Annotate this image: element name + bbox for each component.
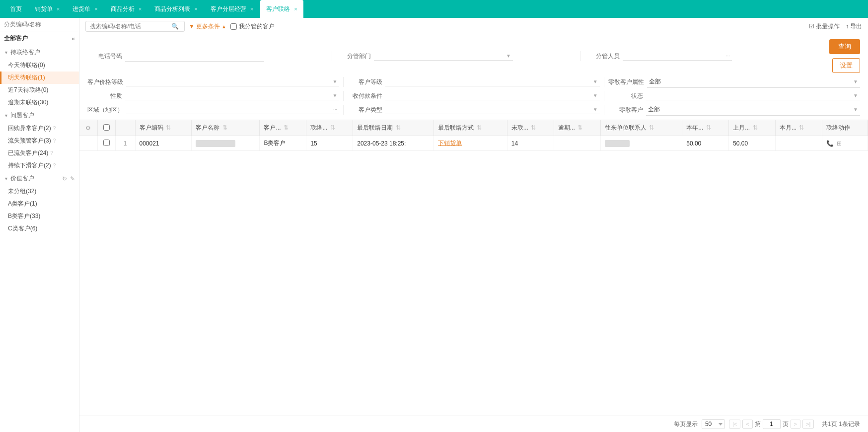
th-contact[interactable]: 联络... ⇅ bbox=[306, 120, 353, 136]
filter-retail-attr: 零散客户属性 全部 ▼ bbox=[608, 76, 860, 88]
select-all-checkbox[interactable] bbox=[103, 124, 110, 131]
nav-customer-tier-close[interactable]: × bbox=[250, 6, 253, 12]
nav-product-analysis-close[interactable]: × bbox=[139, 6, 142, 12]
action-phone-icon[interactable]: 📞 bbox=[826, 140, 834, 147]
prev-page-btn[interactable]: < bbox=[742, 420, 752, 429]
nav-customer-contact[interactable]: 客户联络 × bbox=[260, 0, 303, 18]
sidebar-item-c-class[interactable]: C类客户(6) bbox=[0, 222, 79, 235]
export-btn[interactable]: ↑ 导出 bbox=[846, 22, 862, 31]
sidebar-item-today[interactable]: 今天待联络(0) bbox=[0, 59, 79, 72]
customer-type-label: 客户类型 bbox=[348, 106, 382, 114]
nav-product-analysis-list-close[interactable]: × bbox=[194, 6, 197, 12]
action-more-icon[interactable]: ⊞ bbox=[837, 140, 842, 147]
sidebar-item-repurchase[interactable]: 回购异常客户(2) ? bbox=[0, 122, 79, 135]
th-unit-contact[interactable]: 往来单位联系人 ⇅ bbox=[600, 120, 682, 136]
sidebar-value-edit-icon[interactable]: ✎ bbox=[70, 175, 75, 182]
row-code[interactable]: 000021 bbox=[135, 136, 192, 151]
nav-customer-contact-close[interactable]: × bbox=[294, 6, 297, 12]
th-type[interactable]: 客户... ⇅ bbox=[260, 120, 306, 136]
th-name[interactable]: 客户名称 ⇅ bbox=[192, 120, 260, 136]
sidebar-item-declining[interactable]: 持续下滑客户(2) ? bbox=[0, 159, 79, 172]
last-method-link[interactable]: 下销货单 bbox=[438, 140, 462, 146]
my-customer-checkbox[interactable]: 我分管的客户 bbox=[230, 22, 275, 31]
sidebar-item-b-class[interactable]: B类客户(33) bbox=[0, 210, 79, 222]
sidebar-item-churn-warning[interactable]: 流失预警客户(3) ? bbox=[0, 135, 79, 147]
gender-arrow: ▼ bbox=[332, 93, 337, 98]
retail-attr-select[interactable]: 全部 ▼ bbox=[647, 76, 860, 88]
sidebar-all-customers-header[interactable]: 全部客户 « bbox=[0, 31, 79, 46]
export-icon: ↑ bbox=[846, 23, 849, 30]
th-not-contacted[interactable]: 未联... ⇅ bbox=[507, 120, 554, 136]
my-customer-checkbox-input[interactable] bbox=[230, 23, 237, 30]
gender-select[interactable]: ▼ bbox=[125, 91, 339, 100]
row-name bbox=[192, 136, 260, 151]
sidebar-search-wrap: 🔍 bbox=[0, 18, 79, 31]
last-page-btn[interactable]: >| bbox=[802, 420, 814, 429]
row-last-method[interactable]: 下销货单 bbox=[434, 136, 507, 151]
row-contact: 15 bbox=[306, 136, 353, 151]
th-overdue[interactable]: 逾期... ⇅ bbox=[554, 120, 600, 136]
sidebar-collapse-icon[interactable]: « bbox=[72, 35, 75, 42]
sidebar-value-refresh-icon[interactable]: ↻ bbox=[62, 175, 67, 182]
customer-type-select[interactable]: ▼ bbox=[385, 105, 599, 114]
region-select[interactable]: ··· bbox=[126, 105, 339, 114]
first-page-btn[interactable]: |< bbox=[729, 420, 740, 429]
phone-input[interactable] bbox=[125, 51, 264, 62]
th-this-year[interactable]: 本年... ⇅ bbox=[682, 120, 729, 136]
page-num-input[interactable] bbox=[763, 419, 781, 429]
retail-customer-select[interactable]: 全部 ▼ bbox=[646, 104, 860, 116]
sidebar-item-tomorrow[interactable]: 明天待联络(1) bbox=[0, 72, 79, 84]
payment-select[interactable]: ▼ bbox=[385, 91, 599, 100]
nav-product-analysis[interactable]: 商品分析 × bbox=[105, 0, 147, 18]
row-settings bbox=[79, 136, 97, 151]
sidebar-item-7days[interactable]: 近7天待联络(0) bbox=[0, 84, 79, 96]
query-btn[interactable]: 查询 bbox=[829, 39, 860, 54]
row-not-contacted: 14 bbox=[507, 136, 554, 151]
sidebar-search-input[interactable] bbox=[4, 21, 78, 28]
th-checkbox[interactable] bbox=[97, 120, 115, 136]
sidebar-item-ungrouped[interactable]: 未分组(32) bbox=[0, 185, 79, 198]
settings-btn[interactable]: 设置 bbox=[832, 58, 860, 73]
th-code[interactable]: 客户编码 ⇅ bbox=[135, 120, 192, 136]
status-select[interactable]: ▼ bbox=[646, 91, 860, 100]
page-size-select[interactable]: 50 10 20 100 bbox=[702, 419, 725, 429]
search-input[interactable] bbox=[90, 23, 169, 30]
toolbar: 🔍 ▼ 更多条件 ▲ 我分管的客户 ☑ 批量操作 ↑ 导出 bbox=[79, 18, 868, 35]
region-label: 区域（地区） bbox=[87, 106, 123, 114]
row-select-checkbox[interactable] bbox=[103, 140, 110, 146]
page-of-label: 页 bbox=[783, 420, 789, 429]
th-this-month[interactable]: 本月... ⇅ bbox=[776, 120, 822, 136]
nav-product-analysis-list[interactable]: 商品分析列表 × bbox=[148, 0, 203, 18]
row-last-date: 2023-05-23 18:25: bbox=[353, 136, 434, 151]
nav-sales-order-close[interactable]: × bbox=[57, 6, 60, 12]
sidebar-group-pending: 待联络客户 bbox=[0, 46, 79, 59]
filter-region: 区域（地区） ··· bbox=[87, 105, 339, 114]
th-settings[interactable]: ⚙ bbox=[79, 120, 97, 136]
th-last-date[interactable]: 最后联络日期 ⇅ bbox=[353, 120, 434, 136]
nav-customer-tier[interactable]: 客户分层经营 × bbox=[205, 0, 259, 18]
sidebar-item-a-class[interactable]: A类客户(1) bbox=[0, 198, 79, 210]
customer-level-select[interactable]: ▼ bbox=[385, 77, 599, 86]
batch-op-btn[interactable]: ☑ 批量操作 bbox=[809, 22, 840, 31]
nav-home[interactable]: 首页 bbox=[4, 0, 28, 18]
sidebar-item-overdue[interactable]: 逾期未联络(30) bbox=[0, 96, 79, 109]
dept-select[interactable]: ▼ bbox=[374, 52, 513, 61]
nav-purchase-order[interactable]: 进货单 × bbox=[67, 0, 103, 18]
next-page-btn[interactable]: > bbox=[791, 420, 800, 429]
row-type: B类客户 bbox=[260, 136, 306, 151]
row-checkbox[interactable] bbox=[97, 136, 115, 151]
nav-purchase-order-close[interactable]: × bbox=[94, 6, 97, 12]
retail-attr-label: 零散客户属性 bbox=[608, 78, 644, 86]
price-level-select[interactable]: ▼ bbox=[126, 77, 339, 86]
dept-select-arrow: ▼ bbox=[506, 53, 511, 59]
person-select[interactable]: ··· bbox=[623, 52, 732, 61]
row-index: 1 bbox=[115, 136, 135, 151]
sidebar-item-churned[interactable]: 已流失客户(24) ? bbox=[0, 147, 79, 159]
more-filter-btn[interactable]: ▼ 更多条件 ▲ bbox=[189, 22, 226, 31]
search-icon[interactable]: 🔍 bbox=[171, 23, 179, 30]
main-layout: 🔍 全部客户 « 待联络客户 今天待联络(0) 明天待联络(1) 近7天待联络(… bbox=[0, 18, 868, 432]
filter-panel: 电话号码 分管部门 ▼ 分管人员 ··· bbox=[79, 35, 868, 120]
th-last-month[interactable]: 上月... ⇅ bbox=[729, 120, 776, 136]
nav-sales-order[interactable]: 销货单 × bbox=[29, 0, 66, 18]
th-last-method[interactable]: 最后联络方式 ⇅ bbox=[434, 120, 507, 136]
